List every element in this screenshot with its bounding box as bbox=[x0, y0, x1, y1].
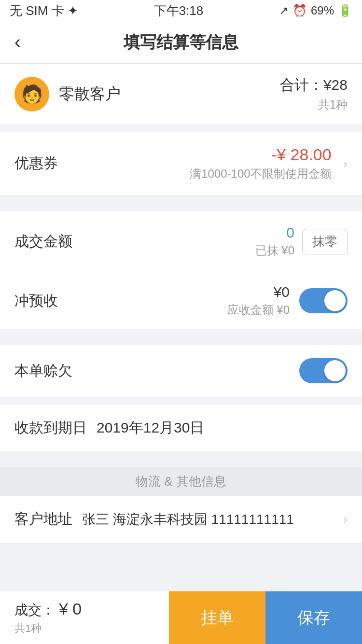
status-bar: 无 SIM 卡 ✦ 下午3:18 ↗ ⏰ 69% 🔋 bbox=[0, 0, 362, 21]
divider-text: 物流 & 其他信息 bbox=[136, 473, 226, 490]
coupon-amount: -¥ 28.00 bbox=[190, 145, 331, 164]
deal-section: 成交金额 0 已抹 ¥0 抹零 冲预收 ¥0 应收金额 ¥0 bbox=[0, 211, 362, 329]
bottom-deal-amount: ¥ 0 bbox=[59, 600, 82, 618]
separator-3 bbox=[0, 459, 362, 467]
advance-amounts: ¥0 应收金额 ¥0 bbox=[227, 284, 290, 318]
duedate-row: 收款到期日 2019年12月30日 bbox=[14, 418, 348, 438]
advance-receivable: 应收金额 ¥0 bbox=[227, 302, 290, 318]
bottom-bar: 成交： ¥ 0 共1种 挂单 保存 bbox=[0, 591, 362, 644]
deal-amount-right: 0 已抹 ¥0 抹零 bbox=[255, 224, 348, 258]
address-chevron-icon: › bbox=[343, 512, 348, 527]
coupon-value-col: -¥ 28.00 满1000-100不限制使用金额 bbox=[190, 145, 331, 182]
battery-text: 69% bbox=[311, 4, 334, 17]
customer-right: 合计：¥28 共1种 bbox=[280, 75, 348, 112]
separator-1 bbox=[0, 203, 362, 211]
coupon-right: -¥ 28.00 满1000-100不限制使用金额 › bbox=[190, 145, 348, 182]
credit-label: 本单赊欠 bbox=[14, 361, 72, 381]
nav-bar: ‹ 填写结算等信息 bbox=[0, 21, 362, 64]
advance-right: ¥0 应收金额 ¥0 bbox=[227, 284, 348, 318]
coupon-section: 优惠券 -¥ 28.00 满1000-100不限制使用金额 › bbox=[0, 132, 362, 196]
address-label: 客户地址 bbox=[14, 509, 72, 529]
credit-section: 本单赊欠 bbox=[0, 345, 362, 397]
divider-section: 物流 & 其他信息 bbox=[0, 467, 362, 496]
deal-amount-sub: 已抹 ¥0 bbox=[255, 243, 294, 258]
avatar: 🧑 bbox=[14, 77, 49, 112]
customer-row: 🧑 零散客户 合计：¥28 共1种 bbox=[0, 64, 362, 124]
deal-amount-value: 0 bbox=[255, 224, 294, 241]
credit-toggle[interactable] bbox=[299, 358, 348, 383]
duedate-value: 2019年12月30日 bbox=[97, 418, 204, 438]
duedate-label: 收款到期日 bbox=[14, 418, 87, 438]
bottom-deal-count: 共1种 bbox=[14, 621, 169, 636]
credit-toggle-thumb bbox=[324, 360, 346, 381]
coupon-label: 优惠券 bbox=[14, 154, 58, 173]
customer-total: 合计：¥28 bbox=[280, 75, 348, 95]
advance-row: 冲预收 ¥0 应收金额 ¥0 bbox=[0, 272, 362, 329]
no-sim-text: 无 SIM 卡 ✦ bbox=[10, 2, 78, 19]
deal-amount-col: 0 已抹 ¥0 bbox=[255, 224, 294, 258]
address-value: 张三 海淀永丰科技园 11111111111 bbox=[82, 510, 343, 529]
content: 🧑 零散客户 合计：¥28 共1种 优惠券 -¥ 28.00 满1000-100… bbox=[0, 64, 362, 601]
advance-label: 冲预收 bbox=[14, 291, 58, 311]
customer-left: 🧑 零散客户 bbox=[14, 77, 121, 112]
bottom-deal-row: 成交： ¥ 0 bbox=[14, 600, 169, 619]
deal-amount-row: 成交金额 0 已抹 ¥0 抹零 bbox=[0, 211, 362, 272]
save-button[interactable]: 保存 bbox=[265, 591, 362, 644]
round-zero-button[interactable]: 抹零 bbox=[302, 229, 348, 254]
address-section[interactable]: 客户地址 张三 海淀永丰科技园 11111111111 › bbox=[0, 496, 362, 543]
toggle-thumb bbox=[324, 290, 346, 311]
page-title: 填写结算等信息 bbox=[124, 31, 238, 54]
deal-amount-label: 成交金额 bbox=[14, 232, 72, 252]
duedate-section: 收款到期日 2019年12月30日 bbox=[0, 405, 362, 451]
chevron-right-icon: › bbox=[343, 156, 348, 171]
coupon-desc: 满1000-100不限制使用金额 bbox=[190, 166, 331, 182]
back-button[interactable]: ‹ bbox=[14, 32, 21, 53]
customer-count: 共1种 bbox=[280, 97, 348, 112]
location-icon: ↗ bbox=[279, 4, 289, 17]
status-left: 无 SIM 卡 ✦ bbox=[10, 2, 78, 19]
bottom-deal-label: 成交： bbox=[14, 601, 55, 619]
avatar-icon: 🧑 bbox=[21, 84, 43, 104]
advance-toggle[interactable] bbox=[299, 288, 348, 313]
coupon-row[interactable]: 优惠券 -¥ 28.00 满1000-100不限制使用金额 › bbox=[0, 132, 362, 196]
battery-icon: 🔋 bbox=[338, 4, 352, 17]
status-time: 下午3:18 bbox=[154, 2, 204, 19]
separator-2 bbox=[0, 337, 362, 345]
alarm-icon: ⏰ bbox=[292, 4, 307, 17]
status-right: ↗ ⏰ 69% 🔋 bbox=[279, 4, 352, 17]
customer-name: 零散客户 bbox=[59, 84, 121, 105]
hold-button[interactable]: 挂单 bbox=[169, 591, 265, 644]
advance-amount: ¥0 bbox=[227, 284, 290, 300]
bottom-summary: 成交： ¥ 0 共1种 bbox=[0, 600, 169, 636]
